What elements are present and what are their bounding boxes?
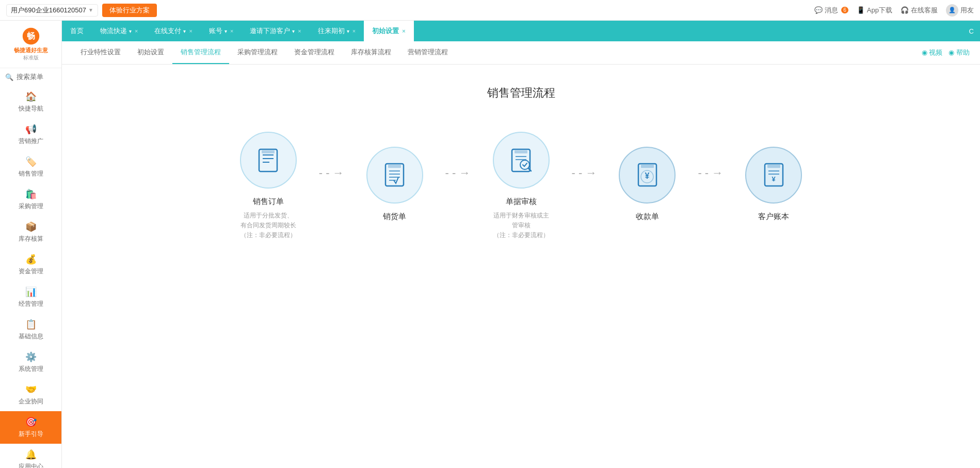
svg-text:¥: ¥ [645, 171, 649, 180]
nav-tab-payment[interactable]: 在线支付 ▾ × [146, 21, 200, 41]
sub-tabs: 行业特性设置 初始设置 销售管理流程 采购管理流程 资金管理流程 库存核算流程 [62, 41, 980, 65]
inventory-icon: 📦 [25, 221, 37, 232]
system-icon: ⚙️ [25, 351, 37, 363]
doc-review-name: 单据审核 [506, 197, 537, 207]
svg-rect-26 [767, 165, 780, 168]
sub-tab-industry[interactable]: 行业特性设置 [72, 41, 129, 64]
sidebar-item-quick-nav[interactable]: 🏠 快捷导航 [0, 86, 61, 118]
sidebar-label-quick-nav: 快捷导航 [19, 104, 43, 113]
sidebar-label-purchase: 采购管理 [19, 202, 43, 211]
sub-tab-purchase-flow-label: 采购管理流程 [237, 48, 278, 56]
sidebar-search[interactable]: 🔍 搜索菜单 [0, 68, 61, 86]
user-profile-item[interactable]: 👤 用友 [946, 4, 974, 17]
online-service-item[interactable]: 🎧 在线客服 [901, 6, 938, 15]
nav-close-all[interactable]: C [963, 27, 980, 35]
receipt-icon: ¥ [633, 161, 662, 189]
trial-button[interactable]: 体验行业方案 [102, 4, 157, 17]
sub-tab-inventory-flow[interactable]: 库存核算流程 [343, 41, 399, 64]
flow-diagram: 销售订单 适用于分批发货、有合同发货周期较长（注：非必要流程） - - → [222, 132, 821, 241]
sidebar-item-inventory[interactable]: 📦 库存核算 [0, 216, 61, 248]
sub-tab-marketing-flow[interactable]: 营销管理流程 [399, 41, 456, 64]
message-item[interactable]: 💬 消息 6 [814, 6, 848, 15]
app-download-item[interactable]: 📱 App下载 [857, 6, 892, 15]
period-close-icon[interactable]: × [352, 28, 356, 34]
flow-arrow-1: - - → [319, 166, 344, 206]
sales-icon: 🏷️ [25, 156, 37, 167]
collab-icon: 🤝 [25, 384, 37, 395]
flow-step-sales-invoice[interactable]: 销货单 [348, 147, 441, 226]
nav-tab-period-label: 往来期初 [318, 26, 345, 36]
doc-review-circle [493, 132, 550, 189]
svg-rect-22 [641, 165, 654, 168]
sidebar-label-system: 系统管理 [19, 365, 43, 373]
sub-tab-init-label: 初始设置 [137, 48, 164, 56]
flow-step-sales-order[interactable]: 销售订单 适用于分批发货、有合同发货周期较长（注：非必要流程） [222, 132, 315, 241]
user-name: 用友 [960, 6, 974, 15]
purchase-icon: 🛍️ [25, 189, 37, 200]
receipt-name: 收款单 [636, 212, 659, 222]
sub-tab-finance-flow[interactable]: 资金管理流程 [286, 41, 343, 64]
logo-sub: 标准版 [23, 54, 39, 61]
search-label: 搜索菜单 [17, 72, 43, 82]
sidebar-item-collab[interactable]: 🤝 企业协同 [0, 379, 61, 411]
sidebar-item-operations[interactable]: 📊 经营管理 [0, 281, 61, 314]
sub-tab-init[interactable]: 初始设置 [129, 41, 172, 64]
account-close-icon[interactable]: × [230, 28, 233, 34]
nav-tab-invite[interactable]: 邀请下游客户 ▾ × [242, 21, 309, 41]
flow-step-receipt[interactable]: ¥ 收款单 [601, 147, 694, 226]
sidebar-item-basic[interactable]: 📋 基础信息 [0, 314, 61, 346]
doc-review-icon [507, 146, 535, 175]
sidebar-item-app-center[interactable]: 🔔 应用中心 [0, 444, 61, 468]
user-select[interactable]: 用户690企业1660120507 ▼ [6, 4, 98, 17]
nav-tab-home-label: 首页 [70, 26, 84, 36]
nav-tab-account-label: 账号 [209, 26, 222, 36]
sub-tab-finance-flow-label: 资金管理流程 [294, 48, 334, 56]
nav-tab-logistics[interactable]: 物流快递 ▾ × [92, 21, 146, 41]
sidebar-item-sales[interactable]: 🏷️ 销售管理 [0, 151, 61, 183]
sales-invoice-name: 销货单 [383, 212, 406, 222]
sub-tab-sales-flow[interactable]: 销售管理流程 [172, 41, 229, 64]
nav-tab-account[interactable]: 账号 ▾ × [201, 21, 242, 41]
customer-ledger-circle: ¥ [745, 147, 802, 204]
sidebar-label-collab: 企业协同 [19, 397, 43, 406]
nav-tab-init[interactable]: 初始设置 × [364, 21, 413, 41]
sidebar-item-marketing[interactable]: 📢 营销推广 [0, 118, 61, 151]
nav-tab-home[interactable]: 首页 [62, 21, 92, 41]
video-action[interactable]: ◉ 视频 [922, 48, 943, 57]
headset-icon: 🎧 [901, 6, 909, 14]
sidebar: 畅 畅捷通好生意 标准版 🔍 搜索菜单 🏠 快捷导航 📢 营销推广 🏷️ 销售管… [0, 21, 62, 468]
top-bar: 用户690企业1660120507 ▼ 体验行业方案 💬 消息 6 📱 App下… [0, 0, 980, 21]
online-service-label: 在线客服 [911, 6, 938, 15]
logo-text: 畅捷通好生意 [14, 46, 48, 54]
main: 首页 物流快递 ▾ × 在线支付 ▾ × 账号 ▾ × 邀请下游客户 ▾ × [62, 21, 980, 468]
message-icon: 💬 [814, 6, 823, 14]
sub-tab-purchase-flow[interactable]: 采购管理流程 [229, 41, 286, 64]
sales-invoice-circle [366, 147, 423, 204]
logistics-arrow-icon: ▾ [129, 28, 132, 34]
logistics-close-icon[interactable]: × [135, 28, 138, 34]
invite-close-icon[interactable]: × [298, 28, 301, 34]
svg-rect-6 [262, 150, 275, 153]
sidebar-item-system[interactable]: ⚙️ 系统管理 [0, 346, 61, 379]
flow-step-customer-ledger[interactable]: ¥ 客户账本 [727, 147, 820, 226]
nav-tab-period[interactable]: 往来期初 ▾ × [310, 21, 364, 41]
operations-icon: 📊 [25, 286, 37, 298]
flow-step-doc-review[interactable]: 单据审核 适用于财务审核或主管审核（注：非必要流程） [475, 132, 568, 241]
sidebar-item-guide[interactable]: 🎯 新手引导 [0, 411, 61, 444]
sidebar-logo: 畅 畅捷通好生意 标准版 [0, 21, 61, 68]
layout: 畅 畅捷通好生意 标准版 🔍 搜索菜单 🏠 快捷导航 📢 营销推广 🏷️ 销售管… [0, 21, 980, 468]
sidebar-label-guide: 新手引导 [19, 430, 43, 439]
payment-close-icon[interactable]: × [189, 28, 192, 34]
init-close-icon[interactable]: × [402, 28, 405, 34]
sidebar-item-purchase[interactable]: 🛍️ 采购管理 [0, 183, 61, 216]
message-badge: 6 [841, 7, 848, 13]
sidebar-label-operations: 经营管理 [19, 300, 43, 308]
sidebar-item-finance[interactable]: 💰 资金管理 [0, 248, 61, 281]
svg-text:畅: 畅 [27, 31, 35, 40]
sidebar-label-finance: 资金管理 [19, 267, 43, 276]
nav-tab-init-label: 初始设置 [372, 26, 399, 36]
logo-svg: 畅 [22, 27, 40, 45]
sales-order-icon [254, 146, 282, 175]
help-action[interactable]: ◉ 帮助 [949, 48, 970, 57]
receipt-circle: ¥ [619, 147, 676, 204]
